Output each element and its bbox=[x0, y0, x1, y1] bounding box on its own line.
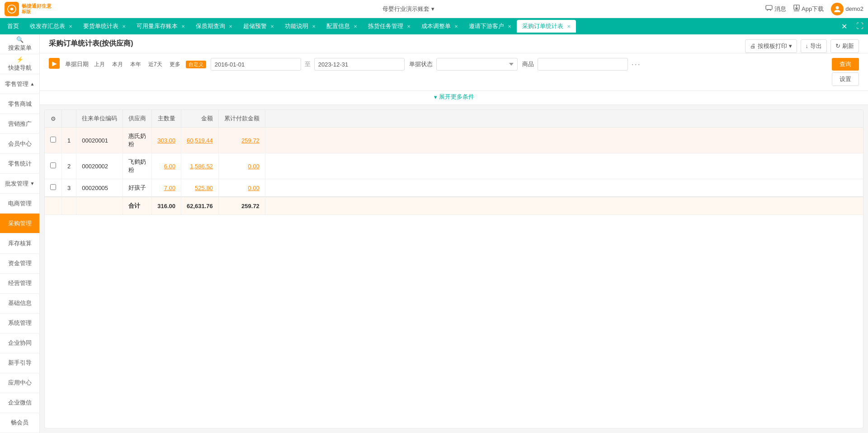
data-table: ⚙ 往来单位编码 供应商 主数量 金额 累计付款金额 bbox=[45, 110, 863, 215]
settings-icon[interactable]: ⚙ bbox=[51, 115, 56, 122]
date-to-input[interactable] bbox=[314, 58, 405, 71]
cell-quantity[interactable]: 303.00 bbox=[152, 128, 181, 153]
cell-amount[interactable]: 525.80 bbox=[181, 179, 219, 197]
sidebar-item-ecommerce[interactable]: 电商管理 bbox=[0, 194, 39, 214]
tab-collection[interactable]: 收发存汇总表 ✕ bbox=[24, 20, 78, 33]
sidebar-item-capital[interactable]: 资金管理 bbox=[0, 254, 39, 274]
app-download-button[interactable]: App下载 bbox=[793, 5, 824, 13]
svg-point-4 bbox=[836, 6, 839, 9]
quick-nav-icon: ⚡ bbox=[16, 56, 24, 63]
cell-quantity[interactable]: 6.00 bbox=[152, 153, 181, 179]
sidebar-item-wholesale-mgmt[interactable]: 批发管理 ▼ bbox=[0, 174, 39, 194]
restore-tabs-button[interactable]: ⛶ bbox=[854, 21, 866, 31]
row-checkbox[interactable] bbox=[50, 137, 56, 143]
filter-toggle-button[interactable]: ▶ bbox=[49, 58, 60, 69]
row-checkbox[interactable] bbox=[50, 162, 56, 168]
close-icon[interactable]: ✕ bbox=[407, 24, 410, 29]
tab-task-mgmt[interactable]: 拣货任务管理 ✕ bbox=[363, 20, 416, 33]
page-header-top: 采购订单统计表(按供应商) 🖨 按模板打印 ▾ ↓ 导出 ↻ 刷新 bbox=[49, 39, 859, 53]
content-area: 采购订单统计表(按供应商) 🖨 按模板打印 ▾ ↓ 导出 ↻ 刷新 bbox=[40, 34, 868, 433]
tab-cost-adjust[interactable]: 成本调整单 ✕ bbox=[416, 20, 463, 33]
close-icon[interactable]: ✕ bbox=[312, 24, 316, 29]
close-icon[interactable]: ✕ bbox=[181, 24, 185, 29]
sidebar-item-basic-info[interactable]: 基础信息 bbox=[0, 294, 39, 314]
custom-date-badge: 自定义 bbox=[186, 61, 206, 68]
shortcut-this-year[interactable]: 本年 bbox=[128, 60, 143, 69]
expand-more-button[interactable]: ▾ 展开更多条件 bbox=[434, 93, 474, 101]
sidebar-item-new-guide[interactable]: 新手引导 bbox=[0, 353, 39, 373]
setting-button[interactable]: 设置 bbox=[832, 72, 859, 86]
close-icon[interactable]: ✕ bbox=[508, 24, 511, 29]
tab-available-stock[interactable]: 可用量库存账本 ✕ bbox=[131, 20, 190, 33]
footer-quantity: 316.00 bbox=[152, 197, 181, 215]
cell-row-num: 1 bbox=[62, 128, 76, 153]
sidebar-item-retail-stats[interactable]: 零售统计 bbox=[0, 154, 39, 174]
status-select[interactable] bbox=[436, 58, 518, 71]
print-button[interactable]: 🖨 按模板打印 ▾ bbox=[745, 39, 797, 53]
chevron-up-icon: ▲ bbox=[30, 81, 35, 86]
cell-paid-amount[interactable]: 0.00 bbox=[218, 153, 265, 179]
cell-quantity[interactable]: 7.00 bbox=[152, 179, 181, 197]
close-icon[interactable]: ✕ bbox=[454, 24, 458, 29]
cell-checkbox[interactable] bbox=[45, 153, 62, 179]
tab-config-info[interactable]: 配置信息 ✕ bbox=[321, 20, 363, 33]
tab-function-desc[interactable]: 功能说明 ✕ bbox=[279, 20, 321, 33]
close-icon[interactable]: ✕ bbox=[229, 24, 232, 29]
date-from-input[interactable] bbox=[211, 58, 301, 71]
table-row: 3 00020005 好孩子 7.00 525.80 0.00 bbox=[45, 179, 863, 197]
row-checkbox[interactable] bbox=[50, 184, 56, 190]
tab-order-stats[interactable]: 要货单统计表 ✕ bbox=[78, 20, 131, 33]
sidebar-item-app-center[interactable]: 应用中心 bbox=[0, 373, 39, 393]
cell-checkbox[interactable] bbox=[45, 128, 62, 153]
logo-icon bbox=[5, 2, 19, 16]
cell-amount[interactable]: 1,586.52 bbox=[181, 153, 219, 179]
shortcut-more[interactable]: 更多 bbox=[168, 60, 182, 69]
tab-invite-downstream[interactable]: 邀请下游客户 ✕ bbox=[463, 20, 517, 33]
cell-row-num: 3 bbox=[62, 179, 76, 197]
tab-overstock[interactable]: 超储预警 ✕ bbox=[238, 20, 279, 33]
sidebar-item-inventory[interactable]: 库存核算 bbox=[0, 233, 39, 253]
sidebar-item-operations[interactable]: 经营管理 bbox=[0, 274, 39, 294]
shortcut-7-days[interactable]: 近7天 bbox=[146, 60, 164, 69]
sidebar-item-search[interactable]: 🔍 搜索菜单 bbox=[0, 34, 39, 54]
sidebar-item-retail-mgmt[interactable]: 零售管理 ▲ bbox=[0, 74, 39, 94]
sidebar-item-system-mgmt[interactable]: 系统管理 bbox=[0, 314, 39, 333]
column-settings[interactable]: ⚙ bbox=[45, 110, 62, 128]
tab-purchase-stats[interactable]: 采购订单统计表 ✕ bbox=[517, 20, 576, 33]
sidebar-item-member[interactable]: 畅会员 bbox=[0, 413, 39, 433]
page-header-actions: 🖨 按模板打印 ▾ ↓ 导出 ↻ 刷新 bbox=[745, 39, 859, 53]
workspace-selector[interactable]: 母婴行业演示账套 ▾ bbox=[382, 5, 434, 13]
close-icon[interactable]: ✕ bbox=[270, 24, 274, 29]
tab-expiry-query[interactable]: 保质期查询 ✕ bbox=[190, 20, 238, 33]
export-button[interactable]: ↓ 导出 bbox=[801, 39, 827, 53]
chevron-down-icon: ▾ bbox=[434, 94, 437, 100]
nav-tabs: 首页 收发存汇总表 ✕ 要货单统计表 ✕ 可用量库存账本 ✕ 保质期查询 ✕ 超… bbox=[0, 18, 868, 34]
tab-home[interactable]: 首页 bbox=[2, 20, 24, 33]
cell-paid-amount[interactable]: 259.72 bbox=[218, 128, 265, 153]
message-button[interactable]: 消息 bbox=[765, 5, 786, 13]
close-icon[interactable]: ✕ bbox=[354, 24, 357, 29]
sidebar-item-member-center[interactable]: 会员中心 bbox=[0, 134, 39, 154]
sidebar-item-purchase-mgmt[interactable]: 采购管理 bbox=[0, 214, 39, 233]
cell-supplier-code: 00020001 bbox=[76, 128, 123, 153]
cell-amount[interactable]: 60,519.44 bbox=[181, 128, 219, 153]
shortcut-last-month[interactable]: 上月 bbox=[92, 60, 107, 69]
close-icon[interactable]: ✕ bbox=[567, 24, 571, 29]
refresh-button[interactable]: ↻ 刷新 bbox=[830, 39, 859, 53]
cell-checkbox[interactable] bbox=[45, 179, 62, 197]
close-all-tabs-button[interactable]: ✕ bbox=[839, 21, 850, 32]
refresh-icon: ↻ bbox=[835, 43, 840, 49]
query-button[interactable]: 查询 bbox=[832, 58, 859, 71]
close-icon[interactable]: ✕ bbox=[69, 24, 72, 29]
goods-input[interactable] bbox=[538, 58, 628, 71]
sidebar-item-enterprise-collab[interactable]: 企业协同 bbox=[0, 333, 39, 353]
sidebar-item-retail-shop[interactable]: 零售商城 bbox=[0, 94, 39, 114]
cell-paid-amount[interactable]: 0.00 bbox=[218, 179, 265, 197]
sidebar-item-enterprise-wechat[interactable]: 企业微信 bbox=[0, 393, 39, 413]
sidebar-item-quick-nav[interactable]: ⚡ 快捷导航 bbox=[0, 54, 39, 74]
close-icon[interactable]: ✕ bbox=[122, 24, 126, 29]
user-profile[interactable]: demo2 bbox=[831, 3, 863, 15]
shortcut-this-month[interactable]: 本月 bbox=[110, 60, 125, 69]
sidebar-item-marketing[interactable]: 营销推广 bbox=[0, 114, 39, 134]
more-options-button[interactable]: ··· bbox=[632, 60, 641, 68]
